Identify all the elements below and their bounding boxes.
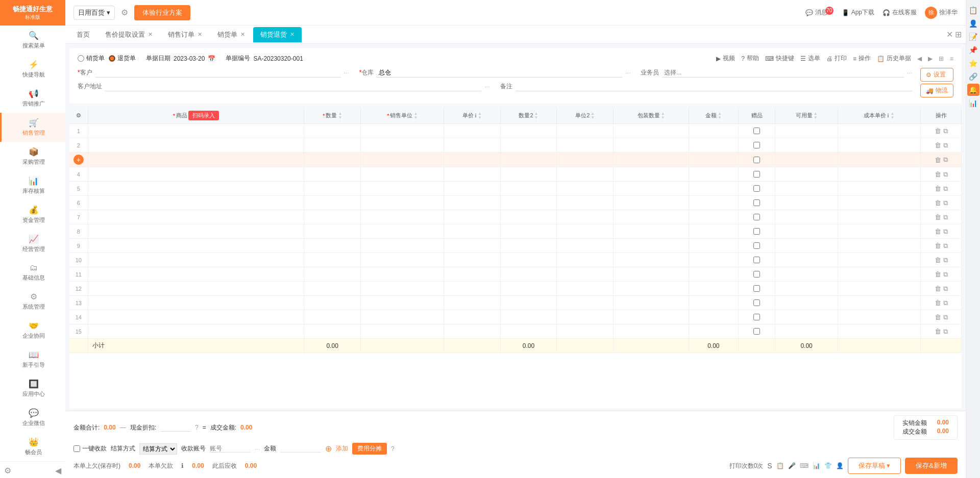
- keyboard-icon[interactable]: ⌨: [800, 462, 808, 469]
- warehouse-dots[interactable]: ···: [625, 69, 630, 77]
- settings-gear-icon[interactable]: ⚙: [121, 8, 128, 17]
- right-icon-active[interactable]: 🔔: [967, 84, 979, 96]
- copy-row-icon[interactable]: ⧉: [943, 185, 948, 193]
- sidebar-settings-icon[interactable]: ⚙: [4, 466, 11, 475]
- delete-row-icon[interactable]: 🗑: [935, 242, 941, 249]
- copy-row-icon[interactable]: ⧉: [943, 328, 948, 336]
- sidebar-item-sales[interactable]: 🛒 销售管理: [0, 113, 65, 142]
- unit-price-cell[interactable]: [444, 124, 500, 138]
- tab-sales-out-close[interactable]: ✕: [240, 31, 245, 38]
- customer-input[interactable]: [95, 68, 341, 78]
- copy-row-icon[interactable]: ⧉: [943, 313, 948, 321]
- unit2-cell[interactable]: [557, 124, 614, 138]
- delete-row-icon[interactable]: 🗑: [935, 199, 941, 207]
- right-icon-note[interactable]: 📝: [967, 31, 979, 43]
- right-icon-user[interactable]: 👤: [967, 17, 979, 30]
- right-icon-star[interactable]: ⭐: [967, 57, 979, 69]
- delete-row-icon[interactable]: 🗑: [935, 127, 941, 135]
- delete-row-icon[interactable]: 🗑: [935, 299, 941, 307]
- add-payment-icon[interactable]: ⊕: [325, 444, 332, 454]
- radio-return[interactable]: 退货单: [109, 54, 136, 63]
- payment-amount-input[interactable]: [280, 445, 321, 452]
- delete-row-icon[interactable]: 🗑: [935, 141, 941, 149]
- copy-row-icon[interactable]: ⧉: [943, 156, 948, 164]
- account-input[interactable]: [210, 445, 251, 452]
- history-btn[interactable]: 📋 历史单据: [877, 54, 911, 63]
- fee-split-btn[interactable]: 费用分摊: [352, 443, 387, 455]
- cost-sort-icon[interactable]: ▲▼: [890, 112, 894, 120]
- cash-discount-input[interactable]: [160, 424, 191, 432]
- qty-sort-icon[interactable]: ▲▼: [338, 112, 342, 120]
- sidebar-item-wechat[interactable]: 💬 企业微信: [0, 403, 65, 432]
- video-btn[interactable]: ▶ 视频: [716, 54, 735, 63]
- tab-price-setting[interactable]: 售价提取设置 ✕: [98, 27, 160, 42]
- trial-btn[interactable]: 体验行业方案: [134, 5, 190, 20]
- address-input[interactable]: [105, 82, 481, 91]
- sidebar-item-finance[interactable]: 💰 资金管理: [0, 200, 65, 229]
- pkg-sort-icon[interactable]: ▲▼: [661, 112, 665, 120]
- copy-row-icon[interactable]: ⧉: [943, 299, 948, 307]
- category-select[interactable]: 日用百货 ▾: [74, 6, 115, 20]
- save-draft-btn[interactable]: 保存草稿 ▾: [848, 458, 901, 474]
- copy-row-icon[interactable]: ⧉: [943, 270, 948, 279]
- prev-icon[interactable]: ◀: [917, 55, 922, 62]
- account-dots[interactable]: ···: [255, 445, 260, 452]
- tab-home[interactable]: 首页: [69, 27, 97, 42]
- copy-row-icon[interactable]: ⧉: [943, 228, 948, 236]
- pkg-qty-cell[interactable]: [614, 124, 689, 138]
- app-download-btn[interactable]: 📱 App下载: [842, 8, 874, 17]
- sidebar-item-search[interactable]: 🔍 搜索菜单: [0, 26, 65, 55]
- fee-help-icon[interactable]: ?: [391, 445, 395, 452]
- right-icon-chart[interactable]: 📊: [967, 97, 979, 109]
- sidebar-item-guide[interactable]: 📖 新手引导: [0, 345, 65, 374]
- tab-sales-order[interactable]: 销售订单 ✕: [161, 27, 209, 42]
- qty2-cell[interactable]: [500, 124, 557, 138]
- sidebar-item-ops[interactable]: 📈 经营管理: [0, 229, 65, 258]
- amount-cell[interactable]: [689, 124, 738, 138]
- calendar-icon[interactable]: 📅: [208, 55, 215, 62]
- right-icon-pin[interactable]: 📌: [967, 44, 979, 56]
- tab-sales-out[interactable]: 销货单 ✕: [210, 27, 252, 42]
- copy-row-icon[interactable]: ⧉: [943, 285, 948, 293]
- logistics-btn[interactable]: 🚚 物流: [920, 84, 953, 97]
- sidebar-item-purchase[interactable]: 📦 采购管理: [0, 142, 65, 171]
- print-btn[interactable]: 🖨 打印: [826, 54, 847, 63]
- sidebar-item-corp[interactable]: 🤝 企业协同: [0, 316, 65, 345]
- date-value[interactable]: 2023-03-20: [174, 55, 205, 62]
- address-dots[interactable]: ···: [484, 83, 489, 90]
- delete-row-icon[interactable]: 🗑: [935, 228, 941, 235]
- copy-row-icon[interactable]: ⧉: [943, 170, 948, 179]
- shortcut-btn[interactable]: ⌨ 快捷键: [765, 54, 794, 63]
- sidebar-item-base[interactable]: 🗂 基础信息: [0, 258, 65, 287]
- one-click-pay-check[interactable]: 一键收款: [74, 444, 107, 453]
- tab-sales-order-close[interactable]: ✕: [198, 31, 202, 38]
- copy-row-icon[interactable]: ⧉: [943, 141, 948, 149]
- amount-sort-icon[interactable]: ▲▼: [718, 112, 722, 120]
- delete-row-icon[interactable]: 🗑: [935, 185, 941, 192]
- sidebar-item-stock[interactable]: 📊 库存核算: [0, 171, 65, 200]
- sidebar-item-vip[interactable]: 👑 畅会员: [0, 432, 65, 461]
- copy-row-icon[interactable]: ⧉: [943, 199, 948, 207]
- note-input[interactable]: [516, 82, 913, 91]
- user-profile-btn[interactable]: 徐 徐泽华: [925, 7, 958, 19]
- help-btn[interactable]: ? 帮助: [741, 54, 759, 63]
- add-row-btn[interactable]: +: [74, 155, 84, 165]
- delete-row-icon[interactable]: 🗑: [935, 285, 941, 292]
- sidebar-item-apps[interactable]: 🔲 应用中心: [0, 374, 65, 403]
- product-input-active[interactable]: [90, 156, 302, 164]
- copy-row-icon[interactable]: ⧉: [943, 213, 948, 221]
- sidebar-item-promo[interactable]: 📢 营销推广: [0, 84, 65, 113]
- sidebar-collapse-icon[interactable]: ◀: [55, 466, 61, 475]
- right-icon-clipboard[interactable]: 📋: [967, 4, 979, 16]
- warehouse-input[interactable]: [377, 68, 622, 78]
- table-bottom-icon[interactable]: 📊: [813, 462, 820, 469]
- add-payment-label[interactable]: 添加: [336, 444, 348, 453]
- qty2-sort-icon[interactable]: ▲▼: [534, 112, 538, 120]
- next-icon[interactable]: ▶: [928, 55, 933, 62]
- draft-chevron-icon[interactable]: ▾: [887, 462, 890, 469]
- delete-row-icon[interactable]: 🗑: [935, 170, 941, 178]
- qty-cell[interactable]: [304, 124, 361, 138]
- product-cell[interactable]: [88, 124, 304, 138]
- right-icon-link[interactable]: 🔗: [967, 70, 979, 83]
- clipboard-bottom-icon[interactable]: 📋: [776, 462, 784, 469]
